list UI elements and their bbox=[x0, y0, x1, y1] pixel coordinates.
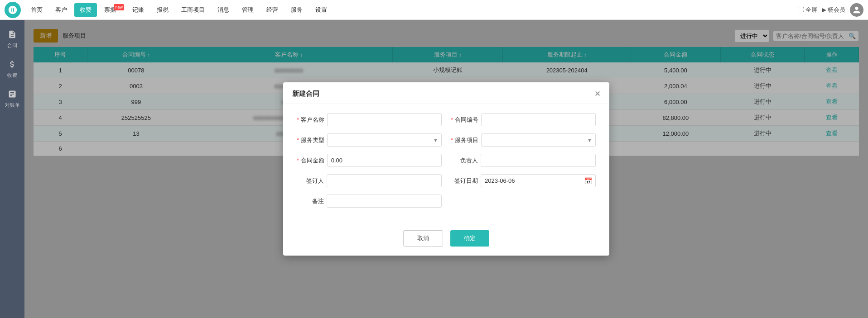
form-group-responsible: 负责人 bbox=[451, 154, 596, 167]
label-responsible: 负责人 bbox=[451, 157, 478, 165]
label-service-item: 服务项目 bbox=[451, 136, 478, 144]
fullscreen-button[interactable]: ⛶ 全屏 bbox=[798, 6, 817, 14]
play-icon: ▶ bbox=[822, 6, 826, 13]
main-layout: 合同 收费 对账单 新增 服务项目 进行中 已完成 全部 bbox=[0, 20, 868, 318]
form-group-contract-code: 合同编号 bbox=[451, 113, 596, 126]
sidebar-item-contract[interactable]: 合同 bbox=[0, 24, 24, 54]
sidebar-label-billing: 收费 bbox=[7, 72, 17, 79]
nav-right: ⛶ 全屏 ▶ 畅会员 bbox=[798, 3, 863, 17]
nav-customer[interactable]: 客户 bbox=[50, 3, 72, 17]
input-signatory[interactable] bbox=[327, 174, 442, 187]
modal-overlay: 新建合同 ✕ 客户名称 合同编号 bbox=[24, 20, 868, 318]
label-sign-date: 签订日期 bbox=[451, 177, 478, 185]
vip-button[interactable]: ▶ 畅会员 bbox=[822, 6, 845, 14]
nav-record[interactable]: 记账 bbox=[127, 3, 149, 17]
nav-ticket[interactable]: 票据 new bbox=[99, 3, 125, 17]
label-contract-amount: 合同金额 bbox=[297, 157, 324, 165]
form-group-service-item: 服务项目 ▼ bbox=[451, 133, 596, 147]
sidebar-label-contract: 合同 bbox=[7, 42, 17, 49]
sidebar: 合同 收费 对账单 bbox=[0, 20, 24, 318]
contract-icon bbox=[8, 30, 17, 40]
modal-header: 新建合同 ✕ bbox=[283, 82, 609, 104]
modal-close-button[interactable]: ✕ bbox=[594, 90, 600, 98]
nav-items: 首页 客户 收费 票据 new 记账 报税 工商项目 消息 管理 经营 服务 设… bbox=[25, 3, 798, 17]
form-group-remark: 备注 bbox=[297, 195, 442, 208]
app-logo bbox=[5, 2, 21, 18]
input-contract-code[interactable] bbox=[481, 113, 596, 126]
form-group-customer: 客户名称 bbox=[297, 113, 442, 126]
sidebar-item-billing[interactable]: 收费 bbox=[0, 54, 24, 84]
form-group-sign-date: 签订日期 📅 bbox=[451, 174, 596, 187]
nav-operation[interactable]: 经营 bbox=[261, 3, 284, 17]
nav-tax[interactable]: 报税 bbox=[151, 3, 174, 17]
input-contract-amount[interactable] bbox=[327, 154, 442, 167]
calendar-icon[interactable]: 📅 bbox=[584, 177, 592, 185]
input-responsible[interactable] bbox=[481, 154, 596, 167]
form-group-amount: 合同金额 bbox=[297, 154, 442, 167]
sidebar-item-statement[interactable]: 对账单 bbox=[0, 84, 24, 114]
avatar[interactable] bbox=[850, 3, 863, 17]
form-row-1: 客户名称 合同编号 bbox=[297, 113, 596, 126]
nav-settings[interactable]: 设置 bbox=[310, 3, 333, 17]
form-group-service-type: 服务类型 ▼ bbox=[297, 133, 442, 147]
input-remark[interactable] bbox=[327, 195, 442, 208]
nav-invoice[interactable]: 收费 bbox=[74, 3, 97, 17]
nav-service[interactable]: 服务 bbox=[285, 3, 308, 17]
statement-icon bbox=[8, 90, 17, 100]
new-contract-modal: 新建合同 ✕ 客户名称 合同编号 bbox=[283, 82, 609, 256]
select-service-item[interactable] bbox=[481, 133, 596, 147]
modal-footer: 取消 确定 bbox=[283, 224, 609, 256]
form-row-5: 备注 bbox=[297, 195, 596, 208]
select-service-type[interactable] bbox=[327, 133, 442, 147]
label-signatory: 签订人 bbox=[297, 177, 324, 185]
nav-home[interactable]: 首页 bbox=[25, 3, 48, 17]
cancel-button[interactable]: 取消 bbox=[403, 230, 443, 247]
nav-message[interactable]: 消息 bbox=[212, 3, 235, 17]
content-area: 新增 服务项目 进行中 已完成 全部 🔍 序号 合同编号 ↕ bbox=[24, 20, 868, 318]
service-type-wrapper: ▼ bbox=[327, 133, 442, 147]
date-input-wrapper: 📅 bbox=[481, 174, 596, 187]
label-remark: 备注 bbox=[297, 197, 324, 205]
confirm-button[interactable]: 确定 bbox=[450, 230, 489, 247]
form-row-2: 服务类型 ▼ 服务项目 bbox=[297, 133, 596, 147]
top-navigation: 首页 客户 收费 票据 new 记账 报税 工商项目 消息 管理 经营 服务 设… bbox=[0, 0, 868, 20]
new-badge: new bbox=[114, 4, 124, 10]
modal-title: 新建合同 bbox=[292, 90, 319, 98]
input-customer-name[interactable] bbox=[327, 113, 442, 126]
service-item-wrapper: ▼ bbox=[481, 133, 596, 147]
modal-body: 客户名称 合同编号 服务类型 bbox=[283, 104, 609, 224]
form-row-4: 签订人 签订日期 📅 bbox=[297, 174, 596, 187]
billing-icon bbox=[8, 60, 17, 70]
sidebar-label-statement: 对账单 bbox=[5, 102, 20, 109]
form-group-signatory: 签订人 bbox=[297, 174, 442, 187]
label-contract-code: 合同编号 bbox=[451, 116, 478, 124]
nav-business[interactable]: 工商项目 bbox=[176, 3, 210, 17]
form-row-3: 合同金额 负责人 bbox=[297, 154, 596, 167]
nav-manage[interactable]: 管理 bbox=[236, 3, 259, 17]
fullscreen-icon: ⛶ bbox=[798, 6, 804, 13]
label-customer-name: 客户名称 bbox=[297, 116, 324, 124]
label-service-type: 服务类型 bbox=[297, 136, 324, 144]
input-sign-date[interactable] bbox=[481, 174, 596, 187]
